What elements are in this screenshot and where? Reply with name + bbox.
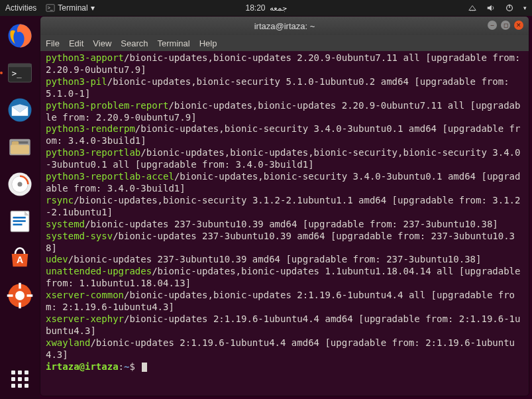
package-details: /bionic-updates 237-3ubuntu10.39 amd64 [… [46, 231, 515, 253]
svg-rect-29 [27, 294, 33, 297]
package-name: python3-apport [46, 52, 124, 63]
menu-search[interactable]: Search [121, 38, 148, 48]
dock-item-rhythmbox[interactable] [4, 168, 36, 200]
package-details: /bionic-updates,bionic-security 5.1.0-1u… [46, 76, 515, 99]
package-details: /bionic-updates 2:1.19.6-1ubuntu4.4 amd6… [46, 337, 515, 360]
package-name: python3-renderpm [46, 123, 135, 134]
dock-item-files[interactable] [4, 131, 36, 163]
menu-help[interactable]: Help [199, 38, 217, 48]
menu-file[interactable]: File [46, 38, 60, 48]
dock-item-terminal[interactable]: >_ [4, 57, 36, 89]
package-name: python3-reportlab-accel [46, 171, 174, 182]
dock-item-help[interactable] [4, 280, 36, 312]
svg-text:>_: >_ [48, 5, 53, 11]
package-name: python3-problem-report [46, 100, 168, 111]
svg-rect-22 [13, 224, 23, 226]
svg-point-25 [15, 291, 25, 300]
network-icon [468, 3, 477, 13]
minimize-button[interactable]: – [488, 21, 497, 30]
maximize-button[interactable]: ◻ [501, 21, 510, 30]
window-title: irtaza@irtaza: ~ [254, 21, 315, 31]
package-name: python3-reportlab [46, 147, 140, 158]
svg-rect-15 [11, 145, 29, 154]
package-name: systemd-sysv [46, 231, 113, 241]
package-name: xserver-xephyr [46, 314, 124, 324]
window-titlebar[interactable]: irtaza@irtaza: ~ – ◻ ✕ [40, 17, 529, 35]
dock-item-thunderbird[interactable] [4, 94, 36, 126]
power-icon [505, 3, 514, 13]
svg-rect-28 [7, 294, 13, 297]
gnome-topbar: Activities >_ Terminal ▾ 18:20 جمعه ▾ [0, 0, 532, 16]
package-details: /bionic-updates,bionic-security 3.1.2-2.… [46, 195, 520, 217]
package-details: /bionic-updates 237-3ubuntu10.39 amd64 [… [68, 254, 482, 264]
svg-point-3 [472, 10, 473, 11]
svg-rect-26 [19, 283, 21, 289]
prompt-colon: : [119, 361, 124, 372]
package-name: rsync [46, 195, 74, 205]
terminal-window: irtaza@irtaza: ~ – ◻ ✕ FileEditViewSearc… [40, 16, 529, 396]
dock-item-software[interactable]: A [4, 243, 36, 274]
prompt-user-host: irtaza@irtaza [46, 361, 119, 372]
svg-point-2 [470, 10, 472, 11]
volume-icon [486, 3, 496, 13]
terminal-output[interactable]: python3-apport/bionic-updates,bionic-upd… [40, 51, 529, 396]
prompt-symbol: $ [129, 361, 140, 372]
chevron-down-icon: ▾ [523, 5, 527, 11]
menu-terminal[interactable]: Terminal [158, 38, 190, 48]
menu-edit[interactable]: Edit [69, 38, 83, 48]
status-area[interactable]: ▾ [468, 3, 527, 13]
package-details: /bionic-updates 237-3ubuntu10.39 amd64 [… [85, 219, 498, 229]
package-name: python3-pil [46, 76, 107, 87]
clock-date: جمعه [270, 3, 287, 13]
clock-time: 18:20 [245, 3, 265, 13]
dock-item-libreoffice-writer[interactable] [4, 205, 36, 237]
dock: >_A [0, 16, 40, 399]
package-name: udev [46, 254, 68, 264]
svg-rect-27 [19, 303, 21, 309]
chevron-down-icon: ▾ [91, 3, 95, 13]
terminal-menubar: FileEditViewSearchTerminalHelp [40, 35, 529, 51]
package-name: unattended-upgrades [46, 266, 152, 276]
app-menu-label: Terminal [58, 3, 87, 13]
dock-item-firefox[interactable] [4, 20, 36, 52]
package-name: xwayland [46, 337, 90, 348]
svg-rect-9 [9, 64, 32, 67]
terminal-icon: >_ [46, 3, 55, 13]
app-menu[interactable]: >_ Terminal ▾ [46, 3, 94, 13]
package-name: xserver-common [46, 290, 124, 300]
terminal-cursor [142, 363, 147, 372]
clock[interactable]: 18:20 جمعه [245, 3, 286, 13]
activities-button[interactable]: Activities [5, 3, 36, 13]
svg-text:>_: >_ [12, 69, 22, 78]
svg-text:A: A [17, 255, 23, 265]
svg-point-4 [474, 10, 475, 11]
close-button[interactable]: ✕ [514, 21, 523, 30]
package-name: systemd [46, 219, 85, 229]
menu-view[interactable]: View [93, 38, 111, 48]
show-applications-button[interactable] [4, 363, 36, 395]
svg-rect-21 [13, 220, 26, 222]
svg-point-18 [18, 182, 23, 187]
svg-rect-20 [13, 217, 26, 219]
